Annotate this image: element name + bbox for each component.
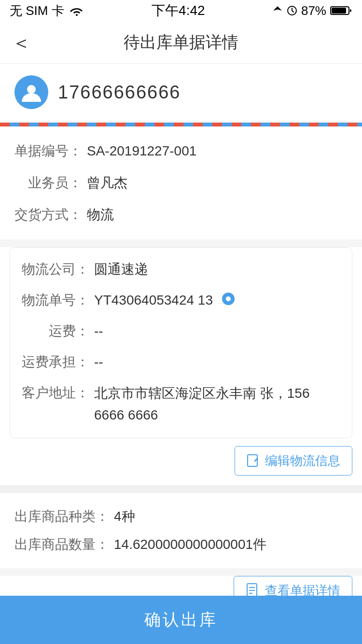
product-type-label: 出库商品种类： — [14, 507, 109, 526]
logistics-section: 物流公司： 圆通速递 物流单号： YT43064053424 13 — [0, 247, 362, 485]
logistics-tracking-value: YT43064053424 13 — [89, 290, 340, 310]
order-no-label: 单据编号： — [14, 141, 82, 161]
logistics-company-row: 物流公司： 圆通速递 — [22, 259, 340, 280]
status-time: 下午4:42 — [152, 1, 205, 20]
salesman-row: 业务员： 曾凡杰 — [14, 173, 348, 193]
edit-icon — [247, 454, 260, 467]
freight-row: 运费： -- — [22, 321, 340, 341]
nav-bar: ＜ 待出库单据详情 — [0, 21, 362, 64]
logistics-tracking-row: 物流单号： YT43064053424 13 — [22, 290, 340, 310]
map-pin-icon[interactable] — [220, 292, 237, 309]
logistics-card: 物流公司： 圆通速递 物流单号： YT43064053424 13 — [10, 247, 352, 438]
clock-icon — [287, 5, 297, 16]
dashed-divider — [0, 123, 362, 126]
product-quantity-value: 14.6200000000000001件 — [109, 535, 266, 554]
freight-value: -- — [89, 321, 340, 341]
edit-btn-label: 编辑物流信息 — [265, 452, 340, 469]
salesman-label: 业务员： — [14, 173, 82, 193]
delivery-value: 物流 — [82, 205, 348, 225]
battery-icon — [330, 5, 352, 16]
salesman-value: 曾凡杰 — [82, 173, 348, 193]
product-type-row: 出库商品种类： 4种 — [14, 507, 348, 526]
wifi-icon — [69, 5, 84, 16]
tracking-number: YT43064053424 13 — [94, 290, 213, 310]
freight-bear-label: 运费承担： — [22, 352, 89, 372]
page-wrapper: 无 SIM 卡 下午4:42 87% — [0, 0, 362, 644]
confirm-btn-label: 确认出库 — [144, 609, 218, 631]
freight-bear-row: 运费承担： -- — [22, 352, 340, 372]
address-row: 客户地址： 北京市市辖区海淀区永丰南 张，156 6666 6666 — [22, 383, 340, 426]
product-quantity-row: 出库商品数量： 14.6200000000000001件 — [14, 535, 348, 554]
location-nav-icon — [272, 5, 283, 16]
battery-label: 87% — [301, 3, 326, 18]
status-left: 无 SIM 卡 — [10, 2, 84, 19]
status-bar: 无 SIM 卡 下午4:42 87% — [0, 0, 362, 21]
order-no-row: 单据编号： SA-20191227-001 — [14, 141, 348, 161]
person-icon — [21, 82, 42, 103]
customer-phone: 17666666666 — [58, 82, 181, 103]
order-info-section: 单据编号： SA-20191227-001 业务员： 曾凡杰 交货方式： 物流 — [0, 126, 362, 239]
scrollable-content: 17666666666 单据编号： SA-20191227-001 业务员： 曾… — [0, 64, 362, 644]
address-value: 北京市市辖区海淀区永丰南 张，156 6666 6666 — [89, 383, 340, 426]
svg-point-5 — [226, 296, 231, 301]
product-type-value: 4种 — [109, 507, 135, 526]
svg-rect-2 — [332, 8, 346, 14]
avatar — [14, 75, 48, 109]
carrier-label: 无 SIM 卡 — [10, 2, 64, 19]
page-title: 待出库单据详情 — [124, 31, 238, 54]
address-label: 客户地址： — [22, 383, 89, 403]
confirm-outbound-button[interactable]: 确认出库 — [0, 596, 362, 644]
section-separator — [0, 485, 362, 493]
svg-point-3 — [27, 85, 36, 94]
logistics-tracking-label: 物流单号： — [22, 290, 89, 310]
edit-logistics-button[interactable]: 编辑物流信息 — [235, 446, 352, 476]
products-section: 出库商品种类： 4种 出库商品数量： 14.6200000000000001件 — [0, 493, 362, 568]
logistics-company-value: 圆通速递 — [89, 259, 340, 280]
freight-bear-value: -- — [89, 352, 340, 372]
delivery-row: 交货方式： 物流 — [14, 205, 348, 225]
logistics-company-label: 物流公司： — [22, 259, 89, 280]
status-right: 87% — [272, 3, 352, 18]
edit-btn-container: 编辑物流信息 — [0, 446, 362, 485]
product-quantity-label: 出库商品数量： — [14, 535, 109, 554]
back-button[interactable]: ＜ — [12, 29, 31, 56]
order-no-value: SA-20191227-001 — [82, 141, 348, 161]
delivery-label: 交货方式： — [14, 205, 82, 225]
freight-label: 运费： — [22, 321, 89, 341]
customer-header: 17666666666 — [0, 64, 362, 121]
